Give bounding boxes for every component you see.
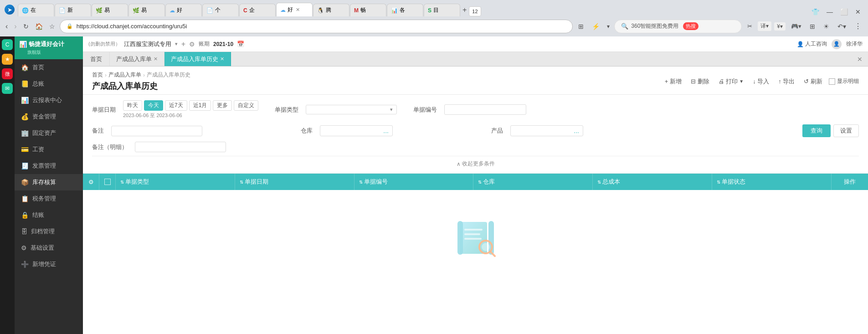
grid-icon[interactable]: ⊞: [575, 22, 586, 31]
history-back-icon[interactable]: ↶▾: [835, 22, 849, 31]
tab-9[interactable]: 🐧 腾: [313, 4, 349, 16]
sidebar-item-invoice[interactable]: 🧾 发票管理: [15, 158, 83, 174]
game-icon[interactable]: 🎮▾: [788, 22, 804, 31]
tab-10[interactable]: M 畅: [350, 4, 386, 16]
date-btn-today[interactable]: 今天: [144, 100, 163, 111]
sidebar-item-tax[interactable]: 📋 税务管理: [15, 190, 83, 207]
nav-refresh[interactable]: ↻: [21, 22, 31, 31]
breadcrumb-inventory[interactable]: 产成品入库单: [108, 71, 141, 79]
theme-icon[interactable]: ☀: [821, 22, 832, 31]
tab-inventory-list[interactable]: 产成品入库单 ✕: [110, 52, 164, 66]
close-button[interactable]: ✕: [853, 7, 863, 16]
maximize-button[interactable]: ⬜: [837, 7, 851, 16]
sidebar-item-fixed-assets[interactable]: 🏢 固定资产: [15, 125, 83, 141]
nav-home[interactable]: 🏠: [33, 22, 45, 31]
sidebar-item-payroll[interactable]: 💳 工资: [15, 141, 83, 158]
nav-bookmark[interactable]: ☆: [47, 22, 57, 31]
export-button[interactable]: ↑ 导出: [776, 76, 797, 87]
nav-forward[interactable]: ›: [12, 21, 18, 31]
tab-home[interactable]: 首页: [83, 52, 110, 66]
translate-icon[interactable]: 译▾: [758, 21, 771, 31]
weibo-app-icon[interactable]: 微: [2, 68, 13, 79]
sidebar-item-fund[interactable]: 💰 资金管理: [15, 108, 83, 125]
product-select[interactable]: ...: [510, 125, 583, 136]
show-detail-toggle[interactable]: 显示明细: [829, 77, 859, 85]
tab-2[interactable]: 📄 新: [55, 4, 91, 16]
tab-inventory-history[interactable]: 产成品入库单历史 ✕: [164, 52, 231, 66]
nav-back[interactable]: ‹: [4, 21, 10, 31]
th-warehouse[interactable]: ⇅ 仓库: [473, 174, 593, 190]
address-dropdown[interactable]: ▾: [605, 22, 611, 31]
num-input[interactable]: [444, 104, 526, 115]
sidebar-item-new-voucher[interactable]: ➕ 新增凭证: [15, 256, 83, 272]
refresh-button[interactable]: ↺ 刷新: [801, 76, 825, 87]
url-bar[interactable]: 🔒 https://cloud.chanjet.com/accounting/u…: [60, 20, 573, 33]
tab-close-x[interactable]: ✕: [852, 52, 868, 66]
type-select[interactable]: ▾: [306, 105, 397, 114]
th-cost[interactable]: ⇅ 总成本: [593, 174, 712, 190]
header-checkbox[interactable]: [104, 179, 111, 185]
show-detail-checkbox[interactable]: [829, 78, 835, 85]
add-button[interactable]: + 新增: [662, 76, 684, 87]
remark-detail-input[interactable]: [135, 142, 226, 152]
lightning-icon[interactable]: ⚡: [589, 22, 602, 31]
tab-4[interactable]: 🌿 易: [128, 4, 165, 16]
collapse-button[interactable]: ∧ 收起更多条件: [457, 160, 495, 168]
tab-12[interactable]: S 目: [424, 4, 460, 16]
sidebar-item-archive[interactable]: 🗄 归档管理: [15, 223, 83, 240]
tab-8[interactable]: ☁ 好 ✕: [276, 3, 313, 16]
tab-11[interactable]: 📊 各: [387, 4, 423, 16]
yuan-icon[interactable]: ¥▾: [774, 22, 786, 31]
date-btn-7days[interactable]: 近7天: [165, 100, 187, 111]
tab-7[interactable]: C 企: [239, 4, 276, 16]
settings-button[interactable]: 设置: [833, 124, 859, 137]
sidebar-item-cloud-report[interactable]: 📊 云报表中心: [15, 92, 83, 108]
tab-inventory-list-close[interactable]: ✕: [154, 56, 158, 62]
tab-6[interactable]: 📄 个: [202, 4, 239, 16]
new-tab-button[interactable]: +: [461, 4, 468, 16]
tab-1[interactable]: 🌐 在: [18, 4, 54, 16]
date-btn-1month[interactable]: 近1月: [189, 100, 211, 111]
tab-8-close[interactable]: ✕: [296, 7, 300, 13]
th-status[interactable]: ⇅ 单据状态: [712, 174, 832, 190]
th-settings[interactable]: ⚙: [83, 174, 99, 190]
date-btn-yesterday[interactable]: 昨天: [123, 100, 142, 111]
calendar-icon[interactable]: 📅: [237, 41, 244, 47]
star-app-icon[interactable]: ★: [2, 54, 13, 65]
user-service-btn[interactable]: 👤 人工咨询: [797, 40, 827, 48]
tab-inventory-history-close[interactable]: ✕: [220, 56, 224, 62]
warehouse-select[interactable]: ...: [320, 125, 393, 136]
import-button[interactable]: ↓ 导入: [750, 76, 772, 87]
avatar[interactable]: 👤: [832, 39, 842, 49]
th-num[interactable]: ⇅ 单据编号: [354, 174, 474, 190]
query-button[interactable]: 查询: [802, 124, 831, 137]
tab-3[interactable]: 🌿 易: [92, 4, 128, 16]
sidebar-item-ledger[interactable]: 📒 总账: [15, 76, 83, 92]
sidebar-item-inventory[interactable]: 📦 库存核算: [15, 174, 83, 190]
company-name[interactable]: 江西服宝测试专用: [124, 40, 171, 48]
date-btn-more[interactable]: 更多: [213, 100, 232, 111]
shirt-icon[interactable]: 👕: [809, 7, 822, 16]
breadcrumb-home[interactable]: 首页: [92, 71, 103, 79]
company-dropdown-icon[interactable]: ▾: [175, 41, 178, 47]
delete-button[interactable]: ⊟ 删除: [688, 76, 712, 87]
date-btn-custom[interactable]: 自定义: [234, 100, 258, 111]
chanjet-app-icon[interactable]: C: [2, 39, 13, 50]
th-type[interactable]: ⇅ 单据类型: [116, 174, 235, 190]
th-date[interactable]: ⇅ 单据日期: [235, 174, 354, 190]
sidebar-item-home[interactable]: 🏠 首页: [15, 59, 83, 76]
more-options-icon[interactable]: ⋮: [852, 21, 864, 31]
minimize-button[interactable]: —: [824, 7, 836, 16]
add-company-btn[interactable]: +: [181, 40, 185, 48]
account-settings-icon[interactable]: ⚙: [189, 41, 195, 48]
remark-input[interactable]: [111, 126, 202, 136]
browser-nav-icon[interactable]: ➤: [3, 3, 16, 16]
search-bar[interactable]: 🔍 360智能抠图免费用 热搜: [614, 20, 742, 33]
apps-grid-icon[interactable]: ⊞: [807, 22, 818, 31]
sidebar-item-checkout[interactable]: 🔒 结账: [15, 207, 83, 223]
email-app-icon[interactable]: ✉: [2, 83, 13, 94]
print-button[interactable]: 🖨 打印 ▼: [716, 76, 747, 87]
sidebar-item-basic-settings[interactable]: ⚙ 基础设置: [15, 240, 83, 256]
th-check[interactable]: [99, 174, 116, 190]
scissors-icon[interactable]: ✂: [745, 22, 755, 31]
